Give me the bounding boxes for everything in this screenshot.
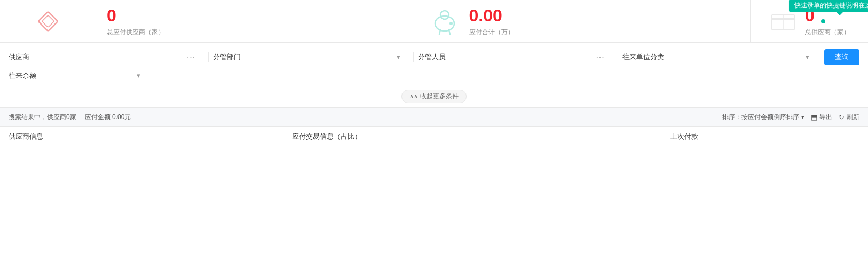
table-col-last-payment: 上次付款 [670,132,859,142]
filter-row-1: 供应商 ··· 分管部门 ▾ 分管人员 ··· 往来单位分 [9,49,859,65]
collapse-label: 收起更多条件 [420,92,459,101]
stat-total-suppliers: 快速录单的快捷键说明在这里 × 0 总供应商（家） [751,0,868,42]
filter-area: 供应商 ··· 分管部门 ▾ 分管人员 ··· 往来单位分 [0,43,868,108]
balance-input[interactable] [41,70,135,81]
filter-unit-category: 往来单位分类 ▾ [622,52,818,62]
amount-result-label: 应付金额 0.00元 [85,113,131,122]
sort-chevron-icon: ▾ [801,114,804,121]
refresh-button[interactable]: ↻ 刷新 [839,113,859,122]
stat-payable-total: 0.00 应付合计（万） [192,0,751,42]
table-body [0,147,868,275]
pig-icon [429,5,461,37]
payable-total-label: 应付合计（万） [469,28,514,37]
person-label: 分管人员 [418,52,446,62]
unit-category-label: 往来单位分类 [622,52,664,62]
divider-2 [413,52,414,62]
department-dropdown-icon[interactable]: ▾ [394,53,403,61]
unit-category-input-wrap: ▾ [668,52,811,62]
result-left: 搜索结果中，供应商0家 应付金额 0.00元 [9,113,131,122]
balance-dropdown-icon[interactable]: ▾ [135,72,143,80]
col2-label: 应付交易信息（占比） [292,132,361,140]
total-payable-label: 总应付供应商（家） [107,28,164,37]
diamond-icon [34,7,62,36]
sort-button[interactable]: 排序：按应付会额倒序排序 ▾ [722,113,804,122]
department-input-wrap: ▾ [245,52,402,62]
divider-1 [208,52,209,62]
col1-label: 供应商信息 [9,132,43,140]
total-suppliers-label: 总供应商（家） [805,28,850,37]
collapse-button[interactable]: ∧∧ 收起更多条件 [401,90,467,103]
stat-payable-suppliers: 0 总应付供应商（家） [96,0,192,42]
supplier-label: 供应商 [9,52,29,62]
stat-total-payable-suppliers [0,0,96,42]
table-col-supplier-info: 供应商信息 [9,132,292,142]
person-dots[interactable]: ··· [594,52,606,62]
unit-category-input[interactable] [668,52,803,62]
table-col-transaction: 应付交易信息（占比） [292,132,670,142]
refresh-icon: ↻ [839,113,845,121]
total-payable-count: 0 [107,5,116,26]
tooltip-text: 快速录单的快捷键说明在这里 [794,1,868,10]
person-input-wrap: ··· [450,52,607,62]
supplier-dots[interactable]: ··· [185,52,198,62]
collapse-up-icon: ∧∧ [409,93,418,100]
unit-category-dropdown-icon[interactable]: ▾ [803,53,811,61]
query-button[interactable]: 查询 [824,49,859,65]
person-input[interactable] [450,52,594,62]
stats-bar: 0 总应付供应商（家） 0.00 应付合计（万） 快速录单的快捷键说明在这里 × [0,0,868,43]
result-bar: 搜索结果中，供应商0家 应付金额 0.00元 排序：按应付会额倒序排序 ▾ ⬒ … [0,108,868,127]
supplier-input-wrap: ··· [34,52,198,62]
export-label: 导出 [819,113,832,122]
tooltip-bubble: 快速录单的快捷键说明在这里 × [789,0,868,12]
svg-point-3 [440,11,449,19]
filter-person: 分管人员 ··· [418,52,613,62]
table-header: 供应商信息 应付交易信息（占比） 上次付款 [0,127,868,147]
svg-rect-1 [42,15,54,27]
svg-point-6 [449,22,453,25]
filter-department: 分管部门 ▾ [213,52,408,62]
filter-supplier: 供应商 ··· [9,52,204,62]
collapse-bar: ∧∧ 收起更多条件 [9,87,859,107]
payable-total-amount: 0.00 [469,5,502,26]
department-label: 分管部门 [213,52,241,62]
export-icon: ⬒ [811,113,817,121]
search-result-label: 搜索结果中，供应商0家 [9,113,76,122]
divider-3 [618,52,618,62]
col3-label: 上次付款 [670,132,698,140]
filter-row-2: 往来余额 ▾ [9,70,859,81]
supplier-input[interactable] [34,52,185,62]
refresh-label: 刷新 [847,113,859,122]
svg-rect-0 [38,11,58,31]
balance-label: 往来余额 [9,71,36,81]
sort-label: 排序：按应付会额倒序排序 [722,113,799,122]
department-input[interactable] [245,52,394,62]
box-icon [769,11,798,32]
result-right: 排序：按应付会额倒序排序 ▾ ⬒ 导出 ↻ 刷新 [722,113,859,122]
export-button[interactable]: ⬒ 导出 [811,113,832,122]
